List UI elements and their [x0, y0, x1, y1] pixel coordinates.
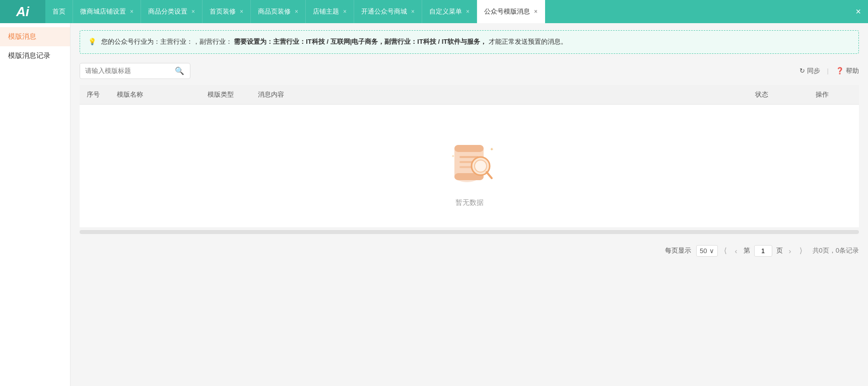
last-page-button[interactable]: ⟩	[797, 245, 805, 256]
table-empty-cell: ✦ ✦ 暂无数据	[80, 104, 859, 227]
search-button[interactable]: 🔍	[171, 63, 188, 79]
horizontal-scrollbar[interactable]	[80, 230, 859, 234]
nav-tab-custom-menu[interactable]: 自定义菜单×	[422, 0, 477, 23]
nav-tab-template-msg[interactable]: 公众号模版消息×	[477, 0, 545, 23]
empty-text: 暂无数据	[87, 198, 852, 207]
search-actions: ↻ 同步 | ❓ 帮助	[799, 66, 859, 75]
help-button[interactable]: ❓ 帮助	[836, 66, 859, 75]
svg-point-8	[475, 160, 487, 172]
search-input-wrap: 🔍	[80, 63, 190, 79]
divider: |	[827, 67, 829, 74]
empty-illustration: ✦ ✦	[439, 130, 500, 190]
table-header-row: 序号模版名称模版类型消息内容状态操作	[80, 85, 859, 105]
close-tab-store-theme-icon[interactable]: ×	[343, 8, 347, 15]
nav-tab-list: 首页微商城店铺设置×商品分类设置×首页装修×商品页装修×店铺主题×开通公众号商城…	[45, 0, 848, 23]
nav-tab-open-wechat-store[interactable]: 开通公众号商城×	[354, 0, 422, 23]
page-label-pre: 第	[744, 246, 750, 255]
content-area: 💡 您的公众号行业为：主营行业：，副营行业： 需要设置为：主营行业：IT科技 /…	[71, 23, 868, 386]
nav-tab-category-settings[interactable]: 商品分类设置×	[141, 0, 203, 23]
svg-text:✦: ✦	[451, 154, 455, 159]
first-page-button[interactable]: ⟨	[722, 245, 729, 256]
total-info: 共0页，0条记录	[813, 246, 859, 255]
col-header-seq: 序号	[80, 85, 110, 105]
col-header-name: 模版名称	[110, 85, 201, 105]
notice-highlight: 需要设置为：主营行业：IT科技 / 互联网|电子商务，副营行业：IT科技 / I…	[234, 38, 487, 45]
col-header-content: 消息内容	[251, 85, 748, 105]
search-bar: 🔍 ↻ 同步 | ❓ 帮助	[80, 63, 859, 79]
close-tab-template-msg-icon[interactable]: ×	[534, 8, 538, 15]
bulb-icon: 💡	[88, 38, 96, 45]
prev-page-button[interactable]: ‹	[733, 246, 740, 256]
sync-icon: ↻	[799, 67, 805, 74]
col-header-type: 模版类型	[201, 85, 251, 105]
sidebar-item-template-msg-record[interactable]: 模版消息记录	[0, 46, 70, 65]
data-table: 序号模版名称模版类型消息内容状态操作	[80, 85, 859, 228]
page-size-value: 50	[700, 247, 707, 255]
help-label: 帮助	[846, 66, 859, 75]
help-icon: ❓	[836, 67, 844, 74]
nav-tab-store-theme[interactable]: 店铺主题×	[306, 0, 354, 23]
svg-rect-2	[454, 145, 484, 152]
nav-tab-homepage-decor[interactable]: 首页装修×	[203, 0, 251, 23]
close-tab-homepage-decor-icon[interactable]: ×	[240, 8, 243, 15]
sidebar-item-template-msg[interactable]: 模版消息	[0, 27, 70, 46]
top-navigation: Ai 首页微商城店铺设置×商品分类设置×首页装修×商品页装修×店铺主题×开通公众…	[0, 0, 868, 23]
table-empty-row: ✦ ✦ 暂无数据	[80, 104, 859, 227]
close-tab-category-settings-icon[interactable]: ×	[191, 8, 195, 15]
page-size-label: 每页显示	[665, 246, 691, 255]
page-number-input[interactable]	[754, 245, 772, 257]
close-all-tabs-button[interactable]: ×	[848, 0, 868, 23]
col-header-status: 状态	[748, 85, 809, 105]
chevron-down-icon: ∨	[709, 247, 714, 255]
svg-text:✦: ✦	[490, 146, 494, 152]
pagination: 每页显示 50 ∨ ⟨ ‹ 第 页 › ⟩ 共0页，0条记录	[80, 241, 859, 259]
nav-tab-home[interactable]: 首页	[45, 0, 73, 23]
next-page-button[interactable]: ›	[787, 246, 793, 256]
notice-banner: 💡 您的公众号行业为：主营行业：，副营行业： 需要设置为：主营行业：IT科技 /…	[80, 30, 859, 54]
col-header-action: 操作	[809, 85, 859, 105]
close-tab-open-wechat-store-icon[interactable]: ×	[411, 8, 415, 15]
page-size-select[interactable]: 50 ∨	[696, 245, 717, 257]
main-layout: 模版消息模版消息记录 💡 您的公众号行业为：主营行业：，副营行业： 需要设置为：…	[0, 23, 868, 386]
search-input[interactable]	[80, 64, 171, 78]
nav-tab-shop-settings[interactable]: 微商城店铺设置×	[73, 0, 141, 23]
empty-state: ✦ ✦ 暂无数据	[87, 110, 852, 222]
close-tab-custom-menu-icon[interactable]: ×	[466, 8, 470, 15]
close-tab-shop-settings-icon[interactable]: ×	[130, 8, 133, 15]
close-tab-product-decor-icon[interactable]: ×	[295, 8, 298, 15]
notice-text-before: 您的公众号行业为：主营行业：，副营行业：	[101, 38, 232, 45]
app-logo: Ai	[0, 0, 45, 23]
notice-text-after: 才能正常发送预置的消息。	[489, 38, 567, 45]
nav-tab-product-decor[interactable]: 商品页装修×	[251, 0, 306, 23]
svg-line-9	[487, 172, 492, 178]
sync-button[interactable]: ↻ 同步	[799, 66, 820, 75]
page-label-post: 页	[776, 246, 783, 255]
sidebar: 模版消息模版消息记录	[0, 23, 71, 386]
sync-label: 同步	[807, 66, 820, 75]
